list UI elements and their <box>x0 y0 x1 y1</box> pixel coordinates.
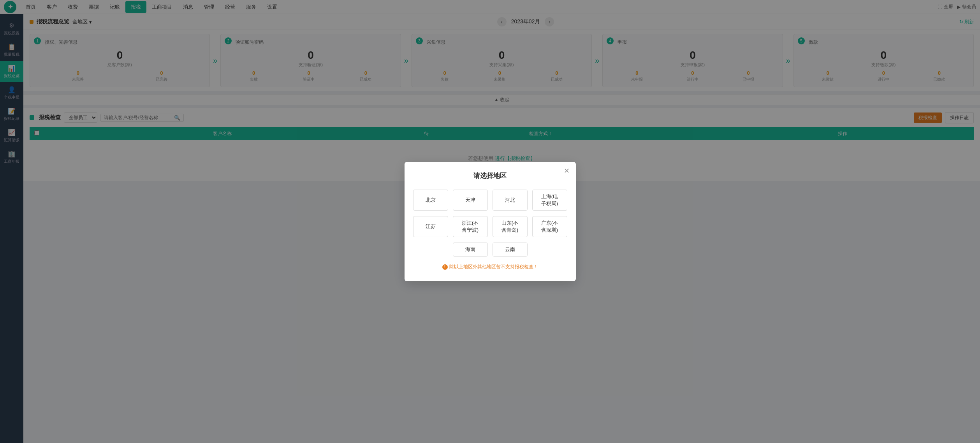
region-row-0: 北京天津河北上海(电子税局) <box>415 190 565 211</box>
modal-close-btn[interactable]: ✕ <box>564 167 570 174</box>
region-btn-北京[interactable]: 北京 <box>413 190 448 211</box>
region-btn-江苏[interactable]: 江苏 <box>413 216 448 237</box>
region-btn-广东(不含深圳)[interactable]: 广东(不含深圳) <box>532 216 567 237</box>
region-btn-上海(电子税局)[interactable]: 上海(电子税局) <box>532 190 567 211</box>
region-btn-海南[interactable]: 海南 <box>453 243 488 257</box>
region-row-2: 海南云南 <box>415 243 565 257</box>
region-row-1: 江苏浙江(不含宁波)山东(不含青岛)广东(不含深圳) <box>415 216 565 237</box>
region-btn-天津[interactable]: 天津 <box>453 190 488 211</box>
region-btn-山东(不含青岛)[interactable]: 山东(不含青岛) <box>493 216 528 237</box>
region-grid: 北京天津河北上海(电子税局)江苏浙江(不含宁波)山东(不含青岛)广东(不含深圳)… <box>415 190 565 257</box>
modal-box: ✕ 请选择地区 北京天津河北上海(电子税局)江苏浙江(不含宁波)山东(不含青岛)… <box>405 162 576 281</box>
modal-overlay[interactable]: ✕ 请选择地区 北京天津河北上海(电子税局)江苏浙江(不含宁波)山东(不含青岛)… <box>0 0 980 443</box>
region-btn-浙江(不含宁波)[interactable]: 浙江(不含宁波) <box>453 216 488 237</box>
warning-text: ! 除以上地区外其他地区暂不支持报税检查！ <box>415 264 565 270</box>
region-btn-河北[interactable]: 河北 <box>493 190 528 211</box>
warning-icon: ! <box>442 264 448 270</box>
region-btn-云南[interactable]: 云南 <box>493 243 528 257</box>
modal-title: 请选择地区 <box>415 171 565 180</box>
